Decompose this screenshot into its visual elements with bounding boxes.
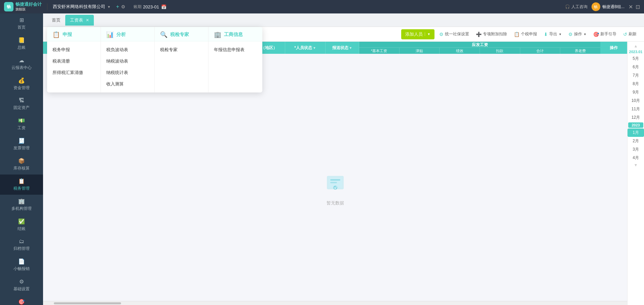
- empty-text: 暂无数据: [327, 200, 344, 206]
- sidebar-label-expense: 小畅报销: [13, 266, 30, 272]
- cal-nav-up[interactable]: ▲: [628, 43, 644, 49]
- settings-icon[interactable]: ⚙: [121, 4, 125, 9]
- top-bar-right: 🎧 人工咨询 畅 畅捷通B组... ✕ ⊡: [565, 2, 640, 11]
- assets-icon: 🏗: [19, 98, 24, 104]
- sidebar-item-salary[interactable]: 💵 工资: [0, 114, 43, 134]
- cal-year-2023: 2023: [628, 122, 643, 128]
- report-filter-icon[interactable]: ▼: [349, 46, 352, 50]
- cal-month-2023-2[interactable]: 2月: [628, 137, 644, 145]
- guide-button[interactable]: 🎯 新手引导: [591, 30, 618, 39]
- tax-report-icon: 📋: [514, 32, 520, 37]
- svg-rect-2: [330, 179, 340, 181]
- dropdown-item-income-tax[interactable]: 所得税汇算清缴: [47, 67, 101, 78]
- sidebar-label-invoice: 发票管理: [13, 145, 30, 151]
- calendar-icon[interactable]: 📅: [161, 4, 166, 9]
- refresh-button[interactable]: ↺ 刷新: [621, 30, 639, 39]
- th-report-status: 报送状态▼: [326, 42, 359, 54]
- expand-button[interactable]: ⊡: [636, 4, 640, 10]
- user-name: 畅捷通B组...: [602, 4, 624, 10]
- sidebar-item-inventory[interactable]: 📦 库存核算: [0, 154, 43, 175]
- sidebar-item-archive[interactable]: 🗂 归档管理: [0, 235, 43, 255]
- sidebar-item-tax[interactable]: 📋 税务管理: [0, 175, 43, 195]
- sidebar-item-fixed-assets[interactable]: 🏗 固定资产: [0, 94, 43, 114]
- company-selector[interactable]: 西安虾米网络科技有限公司 ▼: [53, 4, 111, 10]
- cal-month-2022-6[interactable]: 6月: [628, 63, 644, 71]
- export-label: 导出: [549, 31, 557, 37]
- social-security-button[interactable]: ⚙ 统一社保设置: [437, 30, 471, 39]
- dropdown-item-annual-report[interactable]: 年报信息申报表: [209, 44, 262, 55]
- status-filter-icon[interactable]: ▼: [313, 46, 316, 50]
- operation-icon: ⚙: [568, 32, 573, 37]
- dropdown-item-income-calc[interactable]: 收入测算: [101, 78, 154, 90]
- add-company-icon[interactable]: +: [116, 4, 119, 10]
- cal-month-2023-3[interactable]: 3月: [628, 145, 644, 154]
- dropdown-item-tax-wave[interactable]: 纳税波动表: [101, 55, 154, 67]
- sidebar-label-capital: 资金管理: [13, 85, 30, 91]
- th-performance: 绩效: [440, 48, 480, 54]
- dropdown-analysis-items: 税负波动表 纳税波动表 纳税统计表 收入测算: [101, 41, 154, 92]
- sidebar-item-multi-org[interactable]: 🏢 多机构管理: [0, 195, 43, 215]
- special-deduction-button[interactable]: ➕ 专项附加扣除: [474, 30, 509, 39]
- dropdown-item-tax-stats[interactable]: 纳税统计表: [101, 67, 154, 78]
- cal-month-2022-9[interactable]: 9月: [628, 88, 644, 97]
- support-button[interactable]: 🎧 人工咨询: [565, 4, 588, 10]
- report-section-label: 申报: [63, 32, 72, 38]
- special-deduction-icon: ➕: [476, 32, 482, 37]
- tax-report-button[interactable]: 📋 个税申报: [512, 30, 539, 39]
- dropdown-menu: 📋 申报 税务申报 税表清册 所得税汇算清缴 📊 分析 税负波动表 纳税波动表 …: [47, 27, 262, 92]
- sidebar-label-tax: 税务管理: [13, 186, 30, 191]
- cal-month-2023-1[interactable]: 1月: [628, 128, 644, 137]
- bottom-scrollbar[interactable]: [43, 301, 627, 305]
- cal-month-2022-7[interactable]: 7月: [628, 71, 644, 80]
- th-pension: 养老费: [560, 48, 600, 54]
- cal-month-2022-10[interactable]: 10月: [628, 97, 644, 105]
- biz-info-section-label: 工商信息: [224, 32, 243, 38]
- export-button[interactable]: ⬇ 导出 ▼: [542, 30, 564, 39]
- biz-info-section-icon: 🏢: [214, 31, 221, 38]
- dropdown-item-tax-expert[interactable]: 税检专家: [155, 44, 208, 55]
- dropdown-item-tax-burden[interactable]: 税负波动表: [101, 44, 154, 55]
- th-allowance: 津贴: [400, 48, 440, 54]
- cal-month-2023-4[interactable]: 4月: [628, 154, 644, 162]
- scroll-thumb[interactable]: [54, 302, 121, 304]
- sidebar-label-assets: 固定资产: [13, 105, 30, 111]
- sidebar-item-ledger[interactable]: 📒 总账: [0, 34, 43, 54]
- dropdown-col-report: 📋 申报 税务申报 税表清册 所得税汇算清缴: [47, 27, 101, 92]
- tab-close-icon[interactable]: ✕: [86, 18, 89, 23]
- tab-salary-table[interactable]: 工资表 ✕: [65, 15, 94, 26]
- dropdown-header-tax-expert: 🔍 税检专家: [155, 27, 208, 41]
- cal-month-2022-8[interactable]: 8月: [628, 80, 644, 88]
- th-operation: 操作: [600, 42, 627, 54]
- social-security-label: 统一社保设置: [445, 31, 469, 37]
- social-security-icon: ⚙: [439, 32, 444, 37]
- th-base-salary: *基本工资: [359, 48, 400, 54]
- sidebar-label-settings: 基础设置: [13, 286, 30, 292]
- dropdown-header-biz-info: 🏢 工商信息: [209, 27, 262, 41]
- sidebar-item-home[interactable]: ⊞ 首页: [0, 13, 43, 34]
- cal-month-2022-12[interactable]: 12月: [628, 113, 644, 122]
- sidebar-label-cloud: 云报表中心: [11, 65, 32, 71]
- report-section-icon: 📋: [52, 31, 60, 38]
- dropdown-item-tax-report[interactable]: 税务申报: [47, 44, 101, 55]
- cal-month-2022-11[interactable]: 11月: [628, 105, 644, 113]
- cal-month-2022-5[interactable]: 5月: [628, 54, 644, 63]
- analysis-section-label: 分析: [116, 32, 126, 38]
- sidebar-item-capital[interactable]: 💰 资金管理: [0, 74, 43, 94]
- dropdown-item-tax-form[interactable]: 税表清册: [47, 55, 101, 67]
- sidebar-item-settings[interactable]: ⚙ 基础设置: [0, 275, 43, 295]
- tab-home[interactable]: 首页: [47, 15, 65, 26]
- sidebar-item-close-account[interactable]: ✅ 结账: [0, 215, 43, 235]
- refresh-label: 刷新: [629, 31, 637, 37]
- sidebar-item-expense[interactable]: 📄 小畅报销: [0, 255, 43, 275]
- sidebar-item-cloud-report[interactable]: ☁ 云报表中心: [0, 54, 43, 74]
- sidebar-item-invoice[interactable]: 🧾 发票管理: [0, 134, 43, 154]
- logo-area: 畅 畅捷通好会计 旗舰版: [4, 2, 42, 12]
- close-button[interactable]: ✕: [629, 4, 633, 10]
- cal-nav-down[interactable]: ▼: [628, 162, 644, 168]
- add-person-button[interactable]: 添加人员 ▼: [401, 29, 434, 39]
- archive-icon: 🗂: [19, 238, 24, 244]
- user-area[interactable]: 畅 畅捷通B组...: [592, 2, 624, 11]
- operation-button[interactable]: ⚙ 操作 ▼: [566, 30, 589, 39]
- sidebar-item-guide[interactable]: 🎯 新手引导: [0, 295, 43, 305]
- company-name: 西安虾米网络科技有限公司: [53, 4, 105, 10]
